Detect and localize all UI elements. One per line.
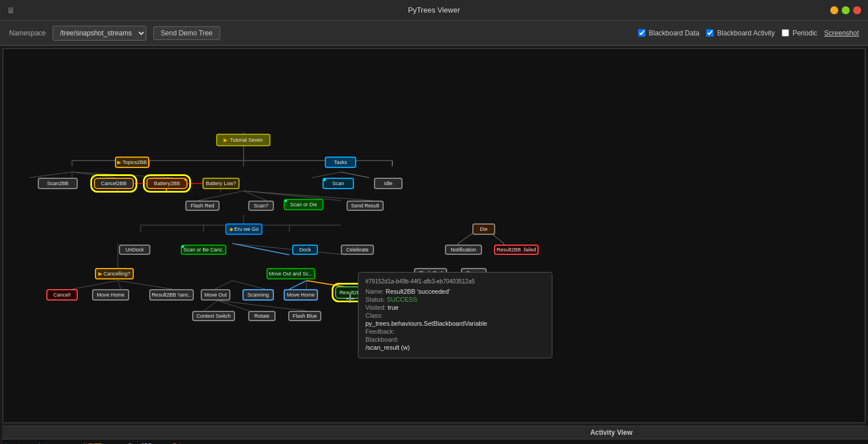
tooltip-visited-label: Visited: bbox=[365, 304, 386, 311]
bottom-panels: Activity View /event_scan_button WRITE S… bbox=[2, 426, 866, 444]
window-controls bbox=[830, 6, 861, 14]
svg-line-30 bbox=[72, 281, 118, 289]
tooltip-status-label: Status: bbox=[365, 296, 385, 303]
node-cancel2bb[interactable]: Cancel2BB bbox=[94, 178, 134, 189]
namespace-select[interactable]: /tree/snapshot_streams bbox=[53, 26, 146, 41]
tooltip-blackboard-value: /scan_result (w) bbox=[365, 344, 410, 351]
maximize-button[interactable] bbox=[842, 6, 850, 14]
node-dock[interactable]: Dock bbox=[292, 245, 318, 255]
svg-line-19 bbox=[244, 191, 266, 201]
node-move-home-1[interactable]: Move Home bbox=[92, 289, 129, 301]
svg-line-33 bbox=[215, 281, 232, 289]
tooltip-name-value: Result2BB 'succeeded' bbox=[385, 288, 449, 295]
svg-line-10 bbox=[29, 172, 72, 178]
tooltip-name-label: Name: bbox=[365, 288, 384, 295]
activity-panel: Activity View /event_scan_button WRITE S… bbox=[2, 426, 868, 444]
tooltip-status-value: SUCCESS bbox=[387, 296, 417, 303]
node-celebrate[interactable]: Celebrate bbox=[341, 245, 374, 255]
node-move-out[interactable]: Move Out bbox=[201, 289, 230, 301]
node-die[interactable]: Die bbox=[472, 223, 495, 235]
window-title: PyTrees Viewer bbox=[408, 6, 460, 14]
node-result2bb-failed[interactable]: Result2BB .failed bbox=[494, 245, 539, 255]
send-demo-button[interactable]: Send Demo Tree bbox=[153, 26, 220, 40]
node-tasks[interactable]: Tasks bbox=[325, 157, 356, 168]
tooltip-id: #79152d1a-b49b-44f1-afb3-eb70403512a5 bbox=[365, 278, 545, 285]
node-idle[interactable]: Idle bbox=[374, 178, 403, 189]
activity-panel-content[interactable]: /event_scan_button WRITE Scan2BB False /… bbox=[2, 439, 868, 444]
move-cursor-icon: ✛ bbox=[345, 292, 355, 306]
tree-connections bbox=[3, 49, 865, 422]
node-scan-or-be-canc[interactable]: Scan or Be Canc. bbox=[181, 245, 226, 255]
tree-canvas-area[interactable]: ▶Tutorial Seven ▶Topics2BB Tasks Scan2BB… bbox=[2, 48, 866, 423]
svg-line-38 bbox=[204, 301, 218, 311]
svg-line-39 bbox=[218, 301, 249, 311]
node-flash-red-1[interactable]: Flash Red bbox=[185, 201, 220, 211]
tooltip-popup: #79152d1a-b49b-44f1-afb3-eb70403512a5 Na… bbox=[358, 272, 552, 358]
svg-line-32 bbox=[118, 281, 172, 289]
node-scan-q[interactable]: Scan? bbox=[248, 201, 274, 211]
svg-line-28 bbox=[232, 243, 289, 255]
svg-line-40 bbox=[218, 301, 306, 311]
namespace-label: Namespace bbox=[9, 29, 46, 37]
node-scan[interactable]: Scan bbox=[322, 178, 354, 189]
close-button[interactable] bbox=[853, 6, 861, 14]
tooltip-class-label: Class: bbox=[365, 312, 383, 319]
node-scanning[interactable]: Scanning bbox=[242, 289, 274, 301]
tooltip-class-value: py_trees.behaviours.SetBlackboardVariabl… bbox=[365, 320, 487, 327]
node-eru-we-go[interactable]: ◆Eru we Go bbox=[225, 223, 262, 235]
blackboard-data-checkbox[interactable] bbox=[638, 29, 646, 37]
blackboard-activity-label: Blackboard Activity bbox=[717, 29, 775, 37]
node-scan2bb[interactable]: Scan2BB bbox=[38, 178, 78, 189]
svg-line-11 bbox=[72, 172, 172, 178]
node-flash-blue[interactable]: Flash Blue bbox=[288, 311, 321, 321]
periodic-checkbox[interactable] bbox=[782, 29, 789, 37]
blackboard-data-checkbox-group: Blackboard Data bbox=[638, 29, 700, 37]
svg-line-12 bbox=[312, 172, 341, 178]
node-cancelling[interactable]: ▶Cancelling? bbox=[95, 268, 134, 279]
node-topics2bb[interactable]: ▶Topics2BB bbox=[115, 157, 149, 168]
minimize-button[interactable] bbox=[830, 6, 838, 14]
tooltip-blackboard-label: Blackboard: bbox=[365, 336, 399, 343]
activity-panel-header: Activity View bbox=[2, 426, 868, 439]
svg-line-34 bbox=[232, 281, 265, 289]
periodic-checkbox-group: Periodic bbox=[782, 29, 817, 37]
titlebar: 🖥 PyTrees Viewer bbox=[0, 0, 868, 21]
svg-line-29 bbox=[232, 243, 347, 255]
node-notification[interactable]: Notification bbox=[445, 245, 482, 255]
svg-line-31 bbox=[118, 281, 121, 289]
blackboard-data-label: Blackboard Data bbox=[649, 29, 700, 37]
periodic-label: Periodic bbox=[793, 29, 817, 37]
blackboard-activity-checkbox-group: Blackboard Activity bbox=[706, 29, 775, 37]
activity-row: /event_scan_button WRITE Scan2BB False bbox=[5, 442, 868, 444]
screenshot-button[interactable]: Screenshot bbox=[824, 29, 859, 37]
node-undock[interactable]: UnDock bbox=[119, 245, 150, 255]
svg-line-35 bbox=[289, 281, 306, 289]
tooltip-visited-value: true bbox=[388, 304, 399, 311]
node-tutorial-seven[interactable]: ▶Tutorial Seven bbox=[216, 134, 270, 146]
node-cancel[interactable]: Cancel! bbox=[46, 289, 78, 301]
svg-line-18 bbox=[198, 191, 244, 201]
svg-line-8 bbox=[72, 172, 115, 178]
node-send-result[interactable]: Send Result bbox=[347, 201, 384, 211]
node-battery2bb[interactable]: Battery2BB bbox=[146, 178, 188, 189]
blackboard-activity-checkbox[interactable] bbox=[706, 29, 714, 37]
node-scan-or-die[interactable]: Scan or Die bbox=[284, 199, 324, 210]
node-rotate[interactable]: Rotate bbox=[248, 311, 276, 321]
tooltip-feedback-label: Feedback: bbox=[365, 328, 395, 335]
svg-line-13 bbox=[341, 172, 369, 178]
toolbar: Namespace /tree/snapshot_streams Send De… bbox=[0, 21, 868, 46]
node-context-switch[interactable]: Context Switch bbox=[192, 311, 235, 321]
node-battery-low[interactable]: Battery Low? bbox=[202, 178, 240, 189]
node-move-home-2[interactable]: Move Home bbox=[284, 289, 318, 301]
node-result2bb-ranc[interactable]: Result2BB 'ranc.. bbox=[149, 289, 194, 301]
node-move-out-sc[interactable]: Move Out and Sc... bbox=[266, 268, 315, 279]
window-icon: 🖥 bbox=[7, 6, 15, 15]
